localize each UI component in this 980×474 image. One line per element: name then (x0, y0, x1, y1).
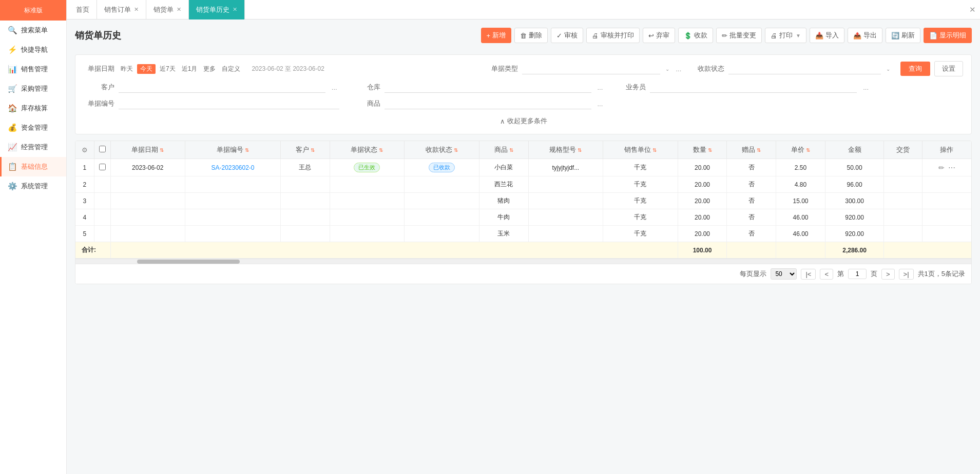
tab-sales-order[interactable]: 销售订单 ✕ (97, 0, 146, 19)
th-gift[interactable]: 赠品⇅ (727, 141, 776, 159)
doc-type-ellipsis[interactable]: ... (674, 65, 683, 73)
sidebar-item-capital-mgmt[interactable]: 💰 资金管理 (0, 118, 66, 137)
set-button[interactable]: 设置 (934, 61, 963, 76)
page-last-btn[interactable]: >| (899, 269, 914, 280)
row3-checkbox[interactable] (94, 193, 110, 209)
add-button[interactable]: + 新增 (481, 28, 512, 43)
batch-change-button[interactable]: ✏ 批量变更 (716, 28, 762, 43)
filter-warehouse-input[interactable] (385, 82, 591, 93)
summary-price-empty (776, 242, 825, 259)
delete-button[interactable]: 🗑 删除 (514, 28, 548, 43)
tab-sales-order-label: 销售订单 (104, 5, 131, 14)
tab-sales-history[interactable]: 销货单历史 ✕ (189, 0, 245, 19)
th-product[interactable]: 商品⇅ (479, 141, 528, 159)
sidebar-item-search-menu[interactable]: 🔍 搜索菜单 (0, 21, 66, 40)
tab-sales-history-close[interactable]: ✕ (233, 6, 237, 13)
main-area: 首页 销售订单 ✕ 销货单 ✕ 销货单历史 ✕ ✕ 销货单历史 + 新增 (67, 0, 980, 474)
filter-pay-status-input[interactable] (728, 63, 881, 74)
audit-print-button[interactable]: 🖨 审核并打印 (586, 28, 640, 43)
row3-spec (528, 193, 603, 209)
tabbar-close-all[interactable]: ✕ (969, 5, 980, 14)
th-customer[interactable]: 客户⇅ (280, 141, 330, 159)
import-button[interactable]: 📥 导入 (810, 28, 844, 43)
abandon-icon: ↩ (648, 32, 654, 40)
page-next-btn[interactable]: > (881, 269, 895, 280)
th-unit-price[interactable]: 单价⇅ (776, 141, 825, 159)
sys-mgmt-icon: ⚙️ (8, 182, 17, 191)
date-range-display: 2023-06-02 至 2023-06-02 (252, 65, 324, 73)
doc-type-dropdown[interactable]: ⌄ (665, 66, 669, 72)
filter-doc-no-input[interactable] (119, 98, 339, 109)
shortcut-custom[interactable]: 自定义 (220, 64, 242, 74)
select-all-checkbox[interactable] (99, 146, 106, 152)
horizontal-scrollbar[interactable] (75, 259, 971, 264)
filter-customer-input[interactable] (119, 82, 325, 93)
row4-checkbox[interactable] (94, 209, 110, 226)
filter-doc-type-input[interactable] (522, 63, 661, 74)
sidebar-item-inventory-calc[interactable]: 🏠 库存核算 (0, 98, 66, 118)
tab-sales-invoice-close[interactable]: ✕ (177, 6, 181, 13)
audit-button[interactable]: ✓ 审核 (551, 28, 583, 43)
page-size-select[interactable]: 50 100 200 (771, 268, 797, 280)
batch-change-icon: ✏ (722, 32, 727, 40)
row5-gift: 否 (727, 226, 776, 242)
tab-sales-invoice-label: 销货单 (153, 5, 174, 14)
row2-checkbox[interactable] (94, 176, 110, 193)
th-spec[interactable]: 规格型号⇅ (528, 141, 603, 159)
refresh-button[interactable]: 🔄 刷新 (886, 28, 920, 43)
filter-product-input[interactable] (385, 98, 591, 109)
sidebar-item-ops-mgmt[interactable]: 📈 经营管理 (0, 137, 66, 157)
product-ellipsis[interactable]: ... (595, 100, 605, 108)
print-button[interactable]: 🖨 打印 ▼ (765, 28, 806, 43)
tab-sales-invoice[interactable]: 销货单 ✕ (146, 0, 189, 19)
export-button[interactable]: 📤 导出 (848, 28, 882, 43)
page-prev-btn[interactable]: < (820, 269, 833, 280)
tab-home[interactable]: 首页 (69, 0, 97, 19)
filter-salesperson-input[interactable] (650, 82, 857, 93)
row1-select[interactable] (99, 164, 106, 170)
collect-button[interactable]: 💲 收款 (678, 28, 713, 43)
basic-info-icon: 📋 (8, 162, 17, 171)
shortcut-yesterday[interactable]: 昨天 (119, 64, 135, 74)
sidebar-item-label: 系统管理 (21, 182, 48, 191)
th-settings[interactable]: ⚙ (75, 141, 94, 159)
row1-no[interactable]: SA-20230602-0 (185, 159, 281, 176)
shortcut-more[interactable]: 更多 (201, 64, 218, 74)
abandon-button[interactable]: ↩ 弃审 (643, 28, 675, 43)
th-unit[interactable]: 销售单位⇅ (603, 141, 678, 159)
th-qty[interactable]: 数量⇅ (678, 141, 727, 159)
salesperson-ellipsis[interactable]: ... (861, 84, 871, 91)
sidebar-item-quick-nav[interactable]: ⚡ 快捷导航 (0, 40, 66, 60)
content-area: 销货单历史 + 新增 🗑 删除 ✓ 审核 🖨 审核并打印 (67, 19, 980, 474)
sidebar-item-basic-info[interactable]: 📋 基础信息 (0, 157, 66, 176)
th-action: 操作 (922, 141, 971, 159)
th-doc-status[interactable]: 单据状态⇅ (330, 141, 405, 159)
row1-edit-icon[interactable]: ✏ (938, 164, 945, 172)
tab-sales-order-close[interactable]: ✕ (134, 6, 139, 13)
page-number-input[interactable] (848, 269, 867, 279)
row4-action (922, 209, 971, 226)
row4-transaction (884, 209, 923, 226)
row1-checkbox[interactable] (94, 159, 110, 176)
shortcut-1month[interactable]: 近1月 (180, 64, 200, 74)
shortcut-today[interactable]: 今天 (137, 64, 156, 74)
show-detail-button[interactable]: 📄 显示明细 (924, 28, 972, 43)
row5-checkbox[interactable] (94, 226, 110, 242)
page-first-btn[interactable]: |< (801, 269, 816, 280)
settings-icon[interactable]: ⚙ (82, 146, 88, 154)
sidebar-item-sys-mgmt[interactable]: ⚙️ 系统管理 (0, 176, 66, 196)
th-date[interactable]: 单据日期⇅ (110, 141, 185, 159)
th-no[interactable]: 单据编号⇅ (185, 141, 281, 159)
data-table-container: ⚙ 单据日期⇅ 单据编号⇅ 客户⇅ (75, 141, 972, 284)
shortcut-7days[interactable]: 近7天 (158, 64, 178, 74)
th-pay-status[interactable]: 收款状态⇅ (405, 141, 479, 159)
warehouse-ellipsis[interactable]: ... (595, 84, 605, 91)
sidebar-item-purchase-mgmt[interactable]: 🛒 采购管理 (0, 79, 66, 98)
row1-unit: 千克 (603, 159, 678, 176)
pay-status-dropdown[interactable]: ⌄ (886, 66, 890, 72)
query-button[interactable]: 查询 (900, 62, 930, 76)
sidebar-item-sales-mgmt[interactable]: 📊 销售管理 (0, 60, 66, 79)
customer-ellipsis[interactable]: ... (330, 84, 339, 91)
row1-more-icon[interactable]: ⋯ (948, 164, 955, 172)
collapse-filter-btn[interactable]: ∧ 收起更多条件 (84, 114, 963, 128)
